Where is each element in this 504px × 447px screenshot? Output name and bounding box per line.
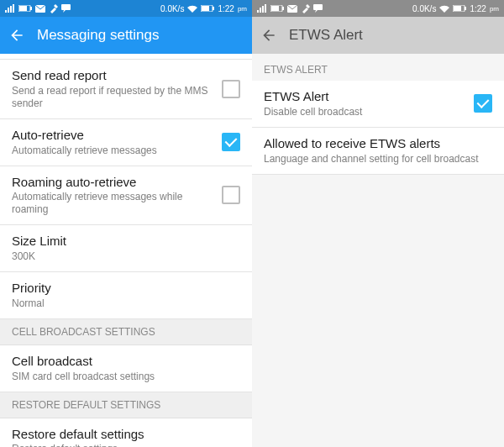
screen-messaging-settings: 0.0K/s 1:22 pm Messaging settings Send r… bbox=[0, 0, 252, 447]
svg-rect-15 bbox=[454, 6, 461, 11]
checkbox[interactable] bbox=[222, 186, 240, 204]
battery-icon bbox=[270, 5, 284, 12]
row-title: Restore default settings bbox=[12, 427, 240, 443]
status-left bbox=[5, 4, 71, 13]
row-title: Allowed to receive ETWS alerts bbox=[264, 136, 492, 152]
svg-rect-1 bbox=[30, 7, 32, 10]
battery-icon bbox=[18, 5, 32, 12]
tools-icon bbox=[49, 4, 58, 13]
row-title: Cell broadcast bbox=[12, 354, 240, 370]
section-header-restore: RESTORE DEFAULT SETTINGS bbox=[0, 392, 252, 418]
row-text: Auto-retrieve Automatically retrieve mes… bbox=[12, 128, 213, 157]
message-icon bbox=[61, 4, 71, 13]
partial-item bbox=[0, 54, 252, 60]
message-icon bbox=[313, 4, 323, 13]
svg-rect-2 bbox=[19, 6, 27, 11]
row-sub: Normal bbox=[12, 297, 240, 310]
svg-rect-7 bbox=[202, 6, 209, 11]
row-sub: 300K bbox=[12, 250, 240, 263]
battery-icon-right bbox=[453, 5, 466, 12]
row-auto-retrieve[interactable]: Auto-retrieve Automatically retrieve mes… bbox=[0, 119, 252, 166]
row-sub: Disable cell broadcast bbox=[264, 106, 465, 118]
row-roaming-auto-retrieve[interactable]: Roaming auto-retrieve Automatically retr… bbox=[0, 166, 252, 226]
status-left bbox=[257, 4, 323, 13]
row-sub: Automatically retrieve messages bbox=[12, 145, 213, 157]
svg-rect-9 bbox=[282, 7, 284, 10]
row-cell-broadcast[interactable]: Cell broadcast SIM card cell broadcast s… bbox=[0, 345, 252, 392]
row-text: Cell broadcast SIM card cell broadcast s… bbox=[12, 354, 240, 383]
clock-ampm: pm bbox=[490, 5, 499, 13]
row-sub: Send a read report if requested by the M… bbox=[12, 85, 213, 110]
checkbox[interactable] bbox=[222, 133, 240, 151]
row-title: Auto-retrieve bbox=[12, 128, 213, 144]
row-text: ETWS Alert Disable cell broadcast bbox=[264, 89, 465, 118]
row-sub: Language and channel setting for cell br… bbox=[264, 153, 492, 166]
status-right: 0.0K/s 1:22 pm bbox=[160, 4, 247, 13]
screen-etws-alert: 0.0K/s 1:22 pm ETWS Alert ETWS ALERT ETW… bbox=[252, 0, 504, 447]
checkbox[interactable] bbox=[474, 94, 492, 113]
svg-rect-10 bbox=[271, 6, 279, 11]
row-size-limit[interactable]: Size Limit 300K bbox=[0, 225, 252, 272]
row-title: Send read report bbox=[12, 68, 213, 84]
row-etws-alert[interactable]: ETWS Alert Disable cell broadcast bbox=[252, 81, 504, 128]
net-speed: 0.0K/s bbox=[412, 4, 436, 13]
title-bar: ETWS Alert bbox=[252, 17, 504, 54]
tools-icon bbox=[301, 4, 310, 13]
row-restore-defaults[interactable]: Restore default settings Restore default… bbox=[0, 418, 252, 448]
back-icon[interactable] bbox=[8, 27, 25, 44]
wifi-icon bbox=[187, 5, 197, 13]
svg-rect-12 bbox=[313, 4, 323, 10]
row-sub: Restore default settings bbox=[12, 443, 240, 447]
row-text: Allowed to receive ETWS alerts Language … bbox=[264, 136, 492, 166]
row-sub: Automatically retrieve messages while ro… bbox=[12, 191, 213, 216]
clock-ampm: pm bbox=[238, 5, 247, 13]
row-text: Restore default settings Restore default… bbox=[12, 427, 240, 448]
back-icon[interactable] bbox=[260, 27, 277, 44]
row-title: ETWS Alert bbox=[264, 89, 465, 105]
row-priority[interactable]: Priority Normal bbox=[0, 272, 252, 319]
row-title: Roaming auto-retrieve bbox=[12, 175, 213, 191]
row-allowed-etws[interactable]: Allowed to receive ETWS alerts Language … bbox=[252, 128, 504, 175]
row-text: Send read report Send a read report if r… bbox=[12, 68, 213, 110]
clock-time: 1:22 bbox=[218, 4, 234, 13]
settings-list[interactable]: ETWS ALERT ETWS Alert Disable cell broad… bbox=[252, 54, 504, 447]
row-text: Priority Normal bbox=[12, 281, 240, 310]
clock-time: 1:22 bbox=[470, 4, 486, 13]
svg-rect-14 bbox=[465, 7, 466, 10]
status-right: 0.0K/s 1:22 pm bbox=[412, 4, 499, 13]
page-title: ETWS Alert bbox=[289, 27, 363, 44]
checkbox[interactable] bbox=[222, 80, 240, 98]
mail-icon bbox=[287, 5, 297, 13]
section-header-etws: ETWS ALERT bbox=[252, 54, 504, 81]
page-title: Messaging settings bbox=[37, 27, 160, 44]
row-title: Size Limit bbox=[12, 234, 240, 250]
title-bar: Messaging settings bbox=[0, 17, 252, 54]
svg-rect-6 bbox=[213, 7, 214, 10]
row-text: Size Limit 300K bbox=[12, 234, 240, 263]
section-header-cell-broadcast: CELL BROADCAST SETTINGS bbox=[0, 319, 252, 345]
row-sub: SIM card cell broadcast settings bbox=[12, 371, 240, 383]
mail-icon bbox=[35, 5, 45, 13]
row-text: Roaming auto-retrieve Automatically retr… bbox=[12, 175, 213, 217]
svg-rect-4 bbox=[61, 4, 71, 10]
net-speed: 0.0K/s bbox=[160, 4, 184, 13]
row-title: Priority bbox=[12, 281, 240, 297]
wifi-icon bbox=[439, 5, 449, 13]
settings-list[interactable]: Send read report Send a read report if r… bbox=[0, 54, 252, 447]
status-bar: 0.0K/s 1:22 pm bbox=[0, 0, 252, 17]
status-bar: 0.0K/s 1:22 pm bbox=[252, 0, 504, 17]
battery-icon-right bbox=[201, 5, 214, 12]
signal-icon bbox=[5, 4, 15, 13]
row-send-read-report[interactable]: Send read report Send a read report if r… bbox=[0, 60, 252, 119]
signal-icon bbox=[257, 4, 267, 13]
